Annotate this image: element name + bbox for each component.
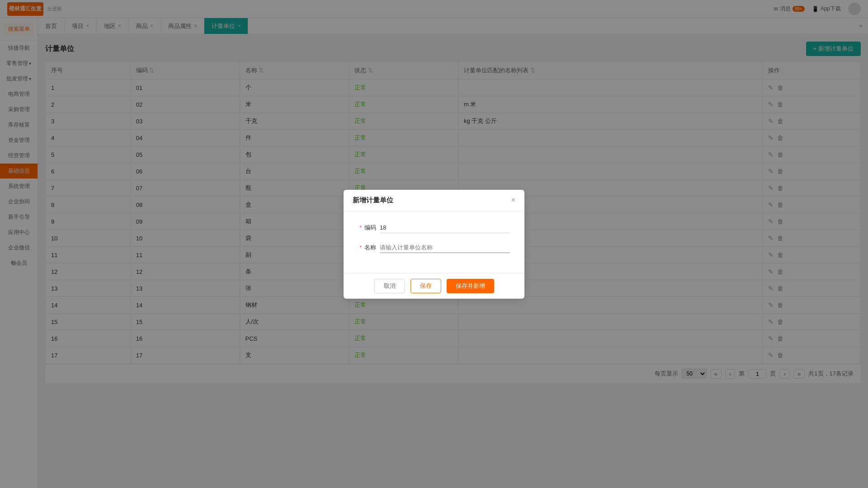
modal-title: 新增计量单位 bbox=[353, 196, 393, 205]
required-star-code: * bbox=[359, 224, 362, 231]
modal-close-button[interactable]: × bbox=[511, 196, 515, 204]
modal-overlay: 新增计量单位 × * 编码 * 名称 取消 保存 保存并新增 bbox=[0, 0, 868, 488]
required-star-name: * bbox=[359, 244, 362, 251]
name-input[interactable] bbox=[380, 242, 510, 253]
form-row-code: * 编码 bbox=[358, 222, 510, 233]
name-label: * 名称 bbox=[358, 244, 376, 252]
save-and-new-button[interactable]: 保存并新增 bbox=[447, 279, 494, 293]
cancel-button[interactable]: 取消 bbox=[374, 279, 405, 293]
form-row-name: * 名称 bbox=[358, 242, 510, 253]
save-button[interactable]: 保存 bbox=[410, 279, 441, 293]
code-input[interactable] bbox=[380, 222, 510, 233]
modal-header: 新增计量单位 × bbox=[344, 190, 524, 211]
add-unit-modal: 新增计量单位 × * 编码 * 名称 取消 保存 保存并新增 bbox=[344, 190, 524, 299]
modal-body: * 编码 * 名称 bbox=[344, 211, 524, 273]
modal-footer: 取消 保存 保存并新增 bbox=[344, 273, 524, 299]
code-label: * 编码 bbox=[358, 224, 376, 232]
